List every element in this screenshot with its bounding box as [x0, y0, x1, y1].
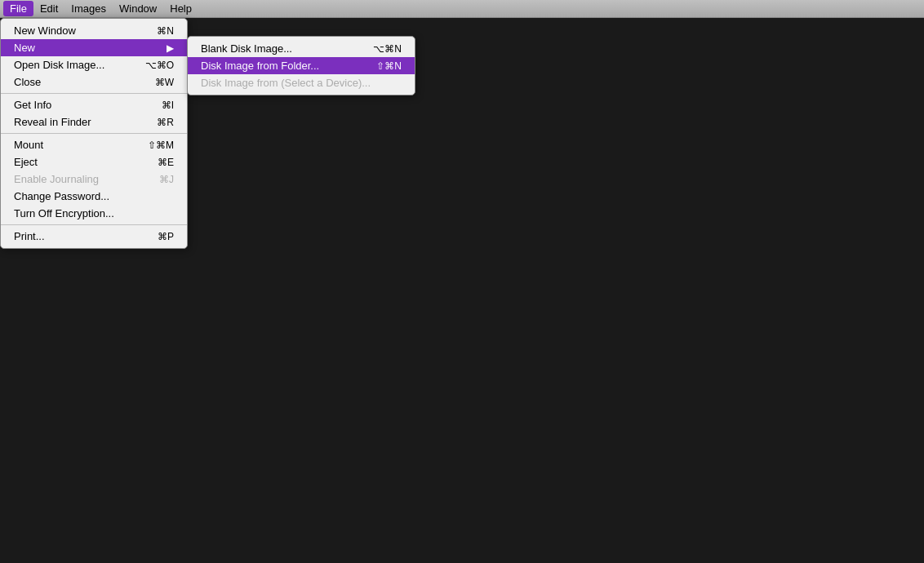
menu-item-reveal-finder-shortcut: ⌘R [157, 117, 174, 128]
file-menu-dropdown: New Window ⌘N New ▶ Blank Disk Image... … [0, 18, 188, 249]
menubar-item-file[interactable]: File [3, 1, 33, 16]
menu-item-close-shortcut: ⌘W [155, 77, 174, 88]
menubar: File Edit Images Window Help [0, 0, 924, 18]
menu-item-close-label: Close [14, 76, 41, 88]
menu-item-new[interactable]: New ▶ [1, 39, 187, 56]
menu-item-new-window-label: New Window [14, 24, 76, 37]
menu-item-new-arrow: ▶ [167, 42, 174, 54]
menu-item-reveal-finder-label: Reveal in Finder [14, 116, 91, 128]
submenu-item-disk-from-folder-shortcut: ⇧⌘N [376, 60, 402, 72]
menu-item-get-info[interactable]: Get Info ⌘I [1, 96, 187, 113]
menu-item-change-password-label: Change Password... [14, 190, 109, 202]
menu-item-reveal-finder[interactable]: Reveal in Finder ⌘R [1, 113, 187, 131]
menu-item-print-label: Print... [14, 230, 45, 242]
menu-item-mount-shortcut: ⇧⌘M [148, 140, 174, 151]
submenu-item-disk-from-folder[interactable]: Disk Image from Folder... ⇧⌘N [188, 57, 415, 74]
menu-item-change-password[interactable]: Change Password... [1, 188, 187, 205]
separator-1 [1, 93, 187, 94]
menubar-item-edit[interactable]: Edit [33, 1, 64, 16]
menu-item-eject[interactable]: Eject ⌘E [1, 153, 187, 171]
submenu-item-blank-disk[interactable]: Blank Disk Image... ⌥⌘N [188, 40, 415, 57]
submenu-item-blank-disk-shortcut: ⌥⌘N [373, 43, 402, 55]
menubar-item-help[interactable]: Help [163, 1, 198, 16]
menu-item-enable-journaling-shortcut: ⌘J [159, 174, 174, 185]
menu-item-mount-label: Mount [14, 139, 43, 151]
menu-item-get-info-shortcut: ⌘I [162, 100, 174, 111]
menu-item-eject-shortcut: ⌘E [158, 157, 174, 168]
menu-item-print[interactable]: Print... ⌘P [1, 228, 187, 245]
menu-item-turn-off-encryption[interactable]: Turn Off Encryption... [1, 205, 187, 222]
menu-item-get-info-label: Get Info [14, 99, 51, 111]
menu-item-new-container: New ▶ Blank Disk Image... ⌥⌘N Disk Image… [1, 39, 187, 56]
menu-item-close[interactable]: Close ⌘W [1, 73, 187, 91]
separator-2 [1, 133, 187, 134]
menu-item-new-label: New [14, 42, 35, 54]
submenu-item-disk-from-device: Disk Image from (Select a Device)... [188, 74, 415, 91]
menubar-item-images[interactable]: Images [64, 1, 113, 16]
menu-item-open-disk-shortcut: ⌥⌘O [145, 60, 174, 71]
menu-item-eject-label: Eject [14, 156, 38, 168]
menu-item-new-window[interactable]: New Window ⌘N [1, 22, 187, 39]
menu-item-mount[interactable]: Mount ⇧⌘M [1, 136, 187, 153]
menu-item-print-shortcut: ⌘P [158, 231, 174, 242]
menubar-item-window[interactable]: Window [113, 1, 163, 16]
new-submenu: Blank Disk Image... ⌥⌘N Disk Image from … [187, 36, 415, 95]
menu-item-turn-off-encryption-label: Turn Off Encryption... [14, 207, 114, 219]
menu-item-enable-journaling: Enable Journaling ⌘J [1, 171, 187, 188]
submenu-item-disk-from-folder-label: Disk Image from Folder... [201, 60, 319, 72]
menu-item-open-disk-label: Open Disk Image... [14, 59, 104, 71]
menu-item-enable-journaling-label: Enable Journaling [14, 173, 99, 185]
menu-item-new-window-shortcut: ⌘N [157, 25, 174, 37]
submenu-item-disk-from-device-label: Disk Image from (Select a Device)... [201, 77, 371, 89]
menu-item-open-disk[interactable]: Open Disk Image... ⌥⌘O [1, 56, 187, 73]
submenu-item-blank-disk-label: Blank Disk Image... [201, 42, 292, 55]
separator-3 [1, 224, 187, 225]
